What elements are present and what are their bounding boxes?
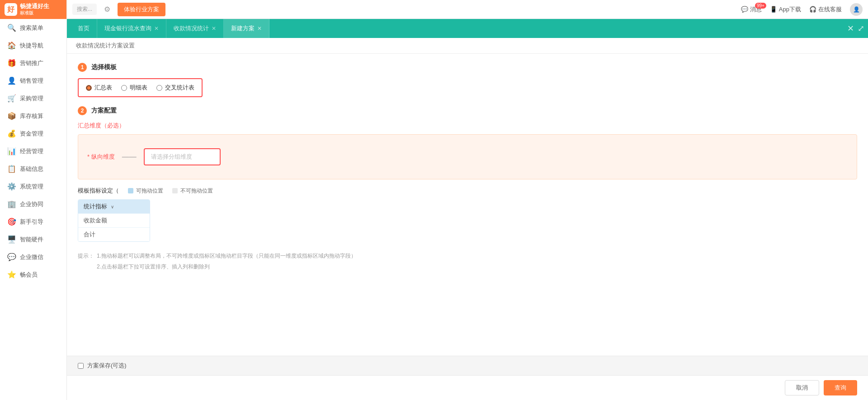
sidebar-item-label: 新手引导 xyxy=(20,218,43,226)
star-icon: ⭐ xyxy=(7,270,16,279)
sidebar-item-label: 营销推广 xyxy=(20,59,43,67)
tab-collection-stats-close[interactable]: ✕ xyxy=(212,25,216,32)
metrics-row-0-label: 收款金额 xyxy=(84,217,107,224)
dimension-select[interactable]: 请选择分组维度 xyxy=(144,148,221,165)
radio-crosstab[interactable]: 交叉统计表 xyxy=(156,84,194,92)
metrics-title: 模板指标设定（ xyxy=(78,187,119,195)
sidebar-item-label: 快捷导航 xyxy=(20,42,43,50)
search-menu-icon: 🔍 xyxy=(7,24,16,32)
sidebar-item-marketing[interactable]: 🎁 营销推广 xyxy=(0,54,66,72)
tab-new-plan[interactable]: 新建方案 ✕ xyxy=(224,19,269,38)
tab-bank-flow-close[interactable]: ✕ xyxy=(154,25,159,32)
radio-crosstab-input[interactable] xyxy=(156,85,162,91)
online-support-item[interactable]: 🎧 在线客服 xyxy=(809,5,842,14)
tab-home[interactable]: 首页 xyxy=(71,19,97,38)
radio-summary[interactable]: 汇总表 xyxy=(86,84,112,92)
tips-title: 提示： xyxy=(78,250,94,261)
dimension-area: * 纵向维度 —— 请选择分组维度 xyxy=(78,134,857,179)
notification-icon: 💬 xyxy=(741,6,748,13)
money-icon: 💰 xyxy=(7,129,16,138)
download-icon: 📱 xyxy=(770,6,777,13)
sidebar-item-smart-hw[interactable]: 🖥️ 智能硬件 xyxy=(0,231,66,248)
home-icon: 🏠 xyxy=(7,41,16,50)
dimension-placeholder: 请选择分组维度 xyxy=(151,153,192,160)
radio-detail[interactable]: 明细表 xyxy=(121,84,147,92)
notification-item[interactable]: 💬 消息 99+ xyxy=(741,5,762,14)
sidebar-item-label: 智能硬件 xyxy=(20,235,43,244)
metrics-row-1-label: 合计 xyxy=(84,231,95,238)
sidebar-item-capital[interactable]: 💰 资金管理 xyxy=(0,125,66,142)
logo-icon: 好 xyxy=(5,3,17,16)
search-bar[interactable]: 搜索... xyxy=(72,4,97,15)
settings-icon[interactable]: ⚙ xyxy=(104,5,110,14)
sidebar: 好 畅捷通好生 标准版 🔍 搜索菜单 🏠 快捷导航 🎁 营销推广 👤 销售管理 … xyxy=(0,0,67,400)
save-section: 方案保存(可选) xyxy=(67,356,868,375)
sidebar-item-operations[interactable]: 📊 经营管理 xyxy=(0,142,66,160)
logo-text: 畅捷通好生 xyxy=(20,3,49,10)
tab-new-plan-close[interactable]: ✕ xyxy=(257,25,262,32)
tips-item-0: 1.拖动标题栏可以调整布局，不可跨维度或指标区域拖动栏目字段（只能在同一维度或指… xyxy=(97,250,356,261)
user-item[interactable]: 👤 xyxy=(850,3,863,16)
footer-bar: 取消 查询 xyxy=(67,375,868,400)
sidebar-item-label: 基础信息 xyxy=(20,165,43,173)
search-placeholder: 搜索... xyxy=(77,5,92,13)
tips-section: 提示：1.拖动标题栏可以调整布局，不可跨维度或指标区域拖动栏目字段（只能在同一维… xyxy=(78,250,857,272)
dimension-arrow: —— xyxy=(122,153,137,161)
sidebar-item-label: 销售管理 xyxy=(20,77,43,85)
sidebar-item-purchase[interactable]: 🛒 采购管理 xyxy=(0,89,66,107)
tab-bar: 首页 现金银行流水查询 ✕ 收款情况统计 ✕ 新建方案 ✕ ✕ ⤢ xyxy=(67,19,868,38)
sidebar-item-system[interactable]: ⚙️ 系统管理 xyxy=(0,178,66,195)
building-icon: 🏢 xyxy=(7,200,16,208)
close-window-icon[interactable]: ✕ xyxy=(847,24,854,33)
clipboard-icon: 📋 xyxy=(7,165,16,173)
logo-sub: 标准版 xyxy=(20,10,49,16)
metrics-dropdown-arrow[interactable]: ∨ xyxy=(111,204,114,209)
sidebar-item-label: 系统管理 xyxy=(20,183,43,191)
monitor-icon: 🖥️ xyxy=(7,235,16,244)
sidebar-item-newbie[interactable]: 🎯 新手引导 xyxy=(0,213,66,231)
sidebar-item-inventory[interactable]: 📦 库存核算 xyxy=(0,107,66,125)
metrics-header: 模板指标设定（ 可拖动位置 不可拖动位置 xyxy=(78,187,857,195)
tips-item-1: 2.点击标题栏下拉可设置排序、插入列和删除列 xyxy=(97,261,210,272)
radio-detail-label[interactable]: 明细表 xyxy=(130,84,147,92)
step1-header: 1 选择模板 xyxy=(78,63,857,72)
sidebar-item-wechat[interactable]: 💬 企业微信 xyxy=(0,248,66,266)
gift-icon: 🎁 xyxy=(7,59,16,67)
query-button[interactable]: 查询 xyxy=(824,380,857,395)
radio-summary-input[interactable] xyxy=(86,85,92,91)
sidebar-item-label: 搜索菜单 xyxy=(20,24,43,32)
header-right: 💬 消息 99+ 📱 App下载 🎧 在线客服 👤 xyxy=(741,3,863,16)
app-download-item[interactable]: 📱 App下载 xyxy=(770,5,801,14)
tab-bank-flow[interactable]: 现金银行流水查询 ✕ xyxy=(97,19,166,38)
vertical-dimension-label: * 纵向维度 xyxy=(87,153,115,161)
cancel-button[interactable]: 取消 xyxy=(785,380,819,395)
trial-btn[interactable]: 体验行业方案 xyxy=(118,3,165,16)
save-label[interactable]: 方案保存(可选) xyxy=(87,362,127,370)
sidebar-item-quick-nav[interactable]: 🏠 快捷导航 xyxy=(0,37,66,54)
top-header: 搜索... ⚙ 体验行业方案 💬 消息 99+ 📱 App下载 🎧 在线客服 👤 xyxy=(67,0,868,19)
sidebar-item-label: 采购管理 xyxy=(20,94,43,103)
sidebar-item-label: 经营管理 xyxy=(20,147,43,155)
sidebar-item-search-menu[interactable]: 🔍 搜索菜单 xyxy=(0,19,66,37)
tab-collection-stats[interactable]: 收款情况统计 ✕ xyxy=(166,19,224,38)
metrics-table-header-label: 统计指标 xyxy=(84,202,107,211)
sidebar-item-sales[interactable]: 👤 销售管理 xyxy=(0,72,66,89)
legend-undraggable: 不可拖动位置 xyxy=(172,187,213,195)
radio-crosstab-label[interactable]: 交叉统计表 xyxy=(165,84,194,92)
gear-icon: ⚙️ xyxy=(7,182,16,191)
sidebar-item-member[interactable]: ⭐ 畅会员 xyxy=(0,266,66,283)
metrics-table-header: 统计指标 ∨ xyxy=(78,200,150,213)
radio-summary-label[interactable]: 汇总表 xyxy=(94,84,112,92)
expand-window-icon[interactable]: ⤢ xyxy=(858,24,864,33)
radio-detail-input[interactable] xyxy=(121,85,127,91)
sidebar-item-label: 库存核算 xyxy=(20,112,43,120)
step1-title: 选择模板 xyxy=(91,63,117,71)
breadcrumb: 收款情况统计方案设置 xyxy=(67,38,868,54)
sidebar-item-basic-info[interactable]: 📋 基础信息 xyxy=(0,160,66,178)
sidebar-item-enterprise[interactable]: 🏢 企业协同 xyxy=(0,195,66,213)
chat-icon: 💬 xyxy=(7,253,16,261)
tab-new-plan-label: 新建方案 xyxy=(231,24,255,33)
tab-collection-stats-label: 收款情况统计 xyxy=(174,24,209,33)
save-checkbox[interactable] xyxy=(78,363,84,369)
cart-icon: 🛒 xyxy=(7,94,16,103)
